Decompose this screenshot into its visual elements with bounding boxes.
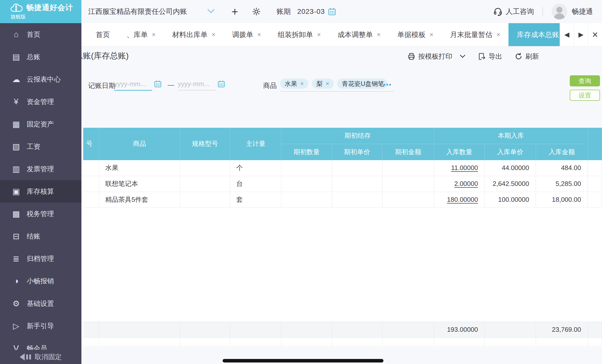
sidebar-item-label: 首页 (27, 30, 40, 39)
tab-scroll-left-button[interactable]: ◀ (560, 23, 574, 46)
tab-4[interactable]: 组装拆卸单× (269, 23, 329, 46)
tab-close-all-button[interactable]: × (588, 23, 602, 46)
filter-bar: 记账日期 — 商品 水果×梨×青花瓷U盘钢笔 ⋯ 查询 设置 (81, 74, 602, 104)
refresh-label: 刷新 (525, 52, 539, 61)
sidebar-item-label: 库存核算 (27, 187, 54, 196)
cell-empty (83, 160, 99, 176)
tab-7[interactable]: 月末批量暂估× (442, 23, 508, 46)
sidebar-item-guide[interactable]: ▷新手引导 (0, 315, 81, 337)
gear-icon[interactable] (252, 7, 261, 16)
export-button[interactable]: 导出 (478, 52, 502, 61)
sidebar-item-inventory[interactable]: ▣库存核算 (0, 180, 81, 203)
product-tag-label: 青花瓷U盘钢笔 (342, 80, 384, 88)
print-by-template-button[interactable]: 按模板打印 (408, 52, 465, 61)
tab-5[interactable]: 成本调整单× (329, 23, 389, 46)
product-tag: 青花瓷U盘钢笔 (337, 79, 387, 89)
tab-0[interactable]: 首页 (87, 23, 118, 46)
summary-in-qty: 193.00000 (434, 322, 485, 338)
date-from-input[interactable] (114, 78, 152, 91)
unpin-sidebar-button[interactable]: 取消固定 (0, 350, 81, 364)
username[interactable]: 畅捷通 (572, 7, 593, 16)
cell-product: 水果 (99, 160, 180, 176)
cell-empty (382, 192, 434, 208)
more-tags-ellipsis-icon[interactable]: ⋯ (383, 80, 392, 90)
sidebar-item-label: 基础设置 (27, 299, 54, 308)
sidebar-menu: ⌂首页▤总账☁云报表中心¥资金管理▦固定资产▧工资▥发票管理▣库存核算▩税务管理… (0, 23, 81, 359)
refresh-button[interactable]: 刷新 (515, 52, 539, 61)
tab-label: 单据模板 (397, 30, 426, 40)
period-value[interactable]: 2023-03 (297, 8, 325, 16)
tab-label: 材料出库单 (172, 30, 207, 40)
sidebar-item-reimburse[interactable]: ◑小畅报销 (0, 270, 81, 292)
in-qty-link[interactable]: 11.00000 (451, 164, 478, 172)
cell-unit: 台 (230, 176, 281, 192)
salary-icon: ▧ (12, 142, 21, 151)
tab-8[interactable]: 库存成本总账× (508, 23, 560, 46)
cell-in-qty: 180.00000 (434, 192, 485, 208)
refresh-icon (515, 53, 522, 60)
sidebar-item-cloud-report[interactable]: ☁云报表中心 (0, 68, 81, 90)
avatar[interactable] (552, 4, 567, 19)
cell-empty (180, 160, 230, 176)
date-from-calendar-icon[interactable] (154, 80, 162, 89)
tab-1[interactable]: 、库单× (118, 23, 164, 46)
cell-empty (332, 176, 382, 192)
cell-in-price: 100.00000 (485, 192, 536, 208)
inventory-icon: ▣ (12, 187, 21, 196)
date-to-calendar-icon[interactable] (218, 80, 225, 89)
sidebar-item-settings[interactable]: ⚙基础设置 (0, 292, 81, 315)
sidebar-item-label: 小畅报销 (27, 277, 54, 286)
cell-in-amount: 18,000.00 (536, 192, 588, 208)
tab-label: 组装拆卸单 (278, 30, 313, 40)
tab-close-icon[interactable]: × (152, 31, 156, 39)
tab-close-icon[interactable]: × (430, 31, 433, 39)
sidebar-item-ledger[interactable]: ▤总账 (0, 46, 81, 68)
sidebar-item-closing[interactable]: ⊟结账 (0, 225, 81, 247)
sidebar-item-invoice[interactable]: ▥发票管理 (0, 158, 81, 180)
tag-remove-icon[interactable]: × (300, 80, 304, 87)
tabbar: 首页、库单×材料出库单×调拨单×组装拆卸单×成本调整单×单据模板×月末批量暂估×… (81, 23, 602, 46)
app-title: 畅捷通好会计 (26, 3, 73, 13)
sidebar-item-salary[interactable]: ▧工资 (0, 135, 81, 158)
product-tag-label: 水果 (285, 80, 297, 88)
tab-2[interactable]: 材料出库单× (164, 23, 224, 46)
table-body: 水果个11.0000044.00000484.00联想笔记本台2.000002,… (83, 160, 602, 208)
table-row: 联想笔记本台2.000002,642.500005,285.00 (83, 176, 602, 192)
tab-6[interactable]: 单据模板× (389, 23, 442, 46)
chevron-down-icon[interactable] (207, 9, 215, 14)
period-calendar-icon[interactable] (328, 8, 336, 16)
date-to-input[interactable] (178, 78, 216, 90)
in-qty-link[interactable]: 180.00000 (447, 196, 478, 203)
tab-close-icon[interactable]: × (496, 31, 500, 39)
company-selector[interactable]: 江西服宝精品有限责任公司内账 (88, 7, 187, 16)
sidebar-item-tax[interactable]: ▩税务管理 (0, 203, 81, 225)
tab-close-icon[interactable]: × (257, 31, 261, 39)
product-tags[interactable]: 水果×梨×青花瓷U盘钢笔 (280, 76, 394, 92)
tab-close-icon[interactable]: × (212, 31, 215, 39)
cell-unit: 套 (230, 192, 281, 208)
tab-3[interactable]: 调拨单× (224, 23, 269, 46)
add-button[interactable]: + (231, 6, 238, 17)
settings-button[interactable]: 设置 (570, 90, 600, 101)
divider (543, 7, 543, 16)
sidebar-item-funds[interactable]: ¥资金管理 (0, 90, 81, 113)
tag-remove-icon[interactable]: × (326, 80, 329, 87)
sidebar-item-home[interactable]: ⌂首页 (0, 23, 81, 46)
tab-label: 、库单 (127, 30, 148, 40)
sidebar-item-fixed-assets[interactable]: ▦固定资产 (0, 113, 81, 135)
in-qty-link[interactable]: 2.00000 (454, 180, 478, 187)
date-filter-label: 记账日期 (88, 81, 115, 90)
tab-close-icon[interactable]: × (377, 31, 381, 39)
cell-in-price: 2,642.50000 (485, 176, 536, 192)
page-title: 总账(库存总账) (81, 50, 129, 61)
print-dropdown-chevron-icon[interactable] (460, 55, 465, 58)
unpin-label: 取消固定 (35, 352, 62, 361)
query-button[interactable]: 查询 (570, 75, 600, 86)
sidebar-item-archive[interactable]: ≣归档管理 (0, 247, 81, 270)
tab-close-icon[interactable]: × (317, 31, 321, 39)
horizontal-scrollbar[interactable] (223, 359, 383, 362)
sidebar-item-label: 结账 (27, 232, 40, 241)
tab-scroll-right-button[interactable]: ▶ (574, 23, 588, 46)
cell-in-qty: 2.00000 (434, 176, 485, 192)
support-consult-button[interactable]: 人工咨询 (494, 7, 534, 16)
